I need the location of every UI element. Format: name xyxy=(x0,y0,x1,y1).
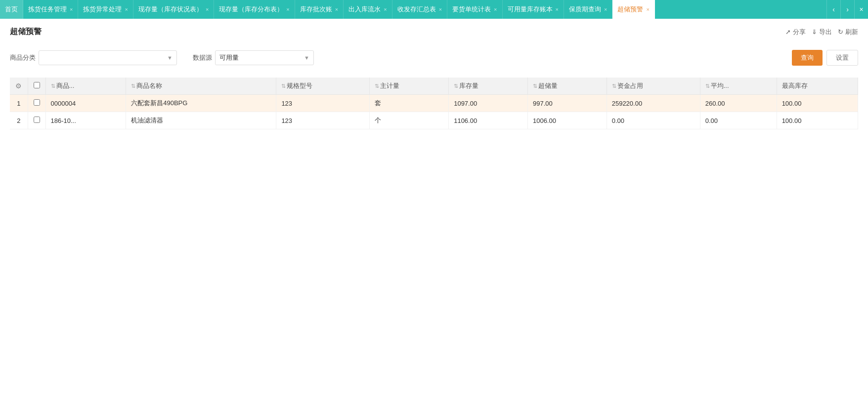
product-code-cell: 0000004 xyxy=(45,95,126,112)
nav-item-label: 出入库流水 xyxy=(348,5,381,14)
col-overstock-header[interactable]: ⇅超储量 xyxy=(527,78,607,95)
page-actions: ➚ 分享 ⇓ 导出 ↻ 刷新 xyxy=(785,28,858,37)
max-stock-cell: 100.00 xyxy=(777,95,858,112)
nav-item-task-mgmt[interactable]: 拣货任务管理× xyxy=(23,0,78,19)
sort-icon: ⇅ xyxy=(131,83,135,89)
datasource-select[interactable]: 可用量 ▼ xyxy=(215,50,314,65)
avg-cell: 0.00 xyxy=(700,112,777,129)
sort-icon: ⇅ xyxy=(454,83,458,89)
category-label: 商品分类 xyxy=(10,53,36,62)
col-capital-header[interactable]: ⇅资金占用 xyxy=(607,78,700,95)
chevron-down-icon: ▼ xyxy=(167,55,173,61)
capital-cell: 0.00 xyxy=(607,112,700,129)
sort-icon: ⇅ xyxy=(375,83,379,89)
nav-item-label: 超储预警 xyxy=(617,5,643,14)
col-product-code-header[interactable]: ⇅商品... xyxy=(45,78,126,95)
nav-item-label: 现存量（库存状况表） xyxy=(138,5,203,14)
close-icon[interactable]: × xyxy=(604,6,607,12)
nav-item-label: 拣货任务管理 xyxy=(28,5,67,14)
nav-item-inventory-dist[interactable]: 现存量（库存分布表）× xyxy=(214,0,295,19)
page-title: 超储预警 xyxy=(10,27,42,37)
filter-buttons: 查询 设置 xyxy=(792,50,858,66)
select-all-checkbox[interactable] xyxy=(34,82,40,88)
nav-item-batch-account[interactable]: 库存批次账× xyxy=(295,0,344,19)
datasource-label: 数据源 xyxy=(193,53,212,62)
settings-button[interactable]: 设置 xyxy=(826,50,858,66)
close-icon[interactable]: × xyxy=(556,6,559,12)
unit-cell: 套 xyxy=(370,95,449,112)
gear-icon[interactable]: ⚙ xyxy=(15,82,22,90)
stock-cell: 1097.00 xyxy=(449,95,528,112)
nav-arrow-close[interactable]: × xyxy=(854,0,868,19)
sort-icon: ⇅ xyxy=(612,83,616,89)
overstock-cell: 997.00 xyxy=(527,95,607,112)
share-label: 分享 xyxy=(793,28,806,37)
sort-icon: ⇅ xyxy=(51,83,55,89)
nav-item-order-stats[interactable]: 要货单统计表× xyxy=(447,0,502,19)
max-stock-cell: 100.00 xyxy=(777,112,858,129)
nav-item-home[interactable]: 首页 xyxy=(0,0,23,19)
row-index: 1 xyxy=(10,95,28,112)
close-icon[interactable]: × xyxy=(494,6,497,12)
page-content: 超储预警 ➚ 分享 ⇓ 导出 ↻ 刷新 商品分类 ▼ 数据源 xyxy=(0,19,868,395)
category-value xyxy=(43,54,45,62)
row-select-checkbox[interactable] xyxy=(34,117,40,123)
spec-cell: 123 xyxy=(276,95,370,112)
nav-item-available-account[interactable]: 可用量库存账本× xyxy=(503,0,564,19)
capital-cell: 259220.00 xyxy=(607,95,700,112)
nav-item-quality-check[interactable]: 保质期查询× xyxy=(564,0,612,19)
overstock-cell: 1006.00 xyxy=(527,112,607,129)
category-select[interactable]: ▼ xyxy=(39,50,177,65)
refresh-label: 刷新 xyxy=(845,28,858,37)
nav-item-label: 收发存汇总表 xyxy=(397,5,436,14)
nav-arrow-right[interactable]: › xyxy=(840,0,854,19)
page-header: 超储预警 ➚ 分享 ⇓ 导出 ↻ 刷新 xyxy=(10,27,858,37)
top-navigation: 首页拣货任务管理×拣货异常处理×现存量（库存状况表）×现存量（库存分布表）×库存… xyxy=(0,0,868,19)
chevron-down-icon: ▼ xyxy=(304,55,309,61)
table-header-row: ⚙ ⇅商品... ⇅商品名称 ⇅规格型号 ⇅主计量 ⇅库存量 xyxy=(10,78,858,95)
nav-arrow-left[interactable]: ‹ xyxy=(826,0,840,19)
nav-item-abnormal[interactable]: 拣货异常处理× xyxy=(78,0,133,19)
share-icon: ➚ xyxy=(785,28,791,36)
filter-area: 商品分类 ▼ 数据源 可用量 ▼ 查询 设置 xyxy=(10,45,858,71)
close-icon[interactable]: × xyxy=(125,6,128,12)
col-unit-header[interactable]: ⇅主计量 xyxy=(370,78,449,95)
col-max-stock-header: 最高库存 xyxy=(777,78,858,95)
close-icon[interactable]: × xyxy=(70,6,73,12)
close-icon[interactable]: × xyxy=(286,6,289,12)
nav-item-label: 要货单统计表 xyxy=(452,5,491,14)
close-icon[interactable]: × xyxy=(439,6,442,12)
nav-item-inout-flow[interactable]: 出入库流水× xyxy=(344,0,392,19)
col-settings-header: ⚙ xyxy=(10,78,28,95)
nav-item-label: 拣货异常处理 xyxy=(83,5,122,14)
avg-cell: 260.00 xyxy=(700,95,777,112)
share-action[interactable]: ➚ 分享 xyxy=(785,28,806,37)
datasource-value: 可用量 xyxy=(219,53,239,62)
col-stock-header[interactable]: ⇅库存量 xyxy=(449,78,528,95)
nav-item-overstock-warning[interactable]: 超储预警× xyxy=(612,0,654,19)
row-checkbox[interactable] xyxy=(28,95,45,112)
close-icon[interactable]: × xyxy=(206,6,209,12)
nav-item-collect-summary[interactable]: 收发存汇总表× xyxy=(392,0,447,19)
table-row: 2186-10...机油滤清器123个1106.001006.000.000.0… xyxy=(10,112,858,129)
row-select-checkbox[interactable] xyxy=(34,99,40,106)
col-avg-header[interactable]: ⇅平均... xyxy=(700,78,777,95)
nav-item-inventory-status[interactable]: 现存量（库存状况表）× xyxy=(133,0,214,19)
export-action[interactable]: ⇓ 导出 xyxy=(812,28,832,37)
nav-item-label: 首页 xyxy=(5,5,18,14)
col-product-name-header[interactable]: ⇅商品名称 xyxy=(126,78,276,95)
col-spec-header[interactable]: ⇅规格型号 xyxy=(276,78,370,95)
close-icon[interactable]: × xyxy=(646,6,649,12)
nav-item-label: 保质期查询 xyxy=(569,5,601,14)
refresh-action[interactable]: ↻ 刷新 xyxy=(838,28,858,37)
close-icon[interactable]: × xyxy=(335,6,338,12)
close-icon[interactable]: × xyxy=(384,6,387,12)
sort-icon: ⇅ xyxy=(281,83,286,89)
col-checkbox-header xyxy=(28,78,45,95)
query-button[interactable]: 查询 xyxy=(792,50,823,66)
data-table: ⚙ ⇅商品... ⇅商品名称 ⇅规格型号 ⇅主计量 ⇅库存量 xyxy=(10,78,858,129)
row-checkbox[interactable] xyxy=(28,112,45,129)
nav-item-label: 可用量库存账本 xyxy=(508,5,553,14)
row-index: 2 xyxy=(10,112,28,129)
table-row: 10000004六配套新昌490BPG123套1097.00997.002592… xyxy=(10,95,858,112)
